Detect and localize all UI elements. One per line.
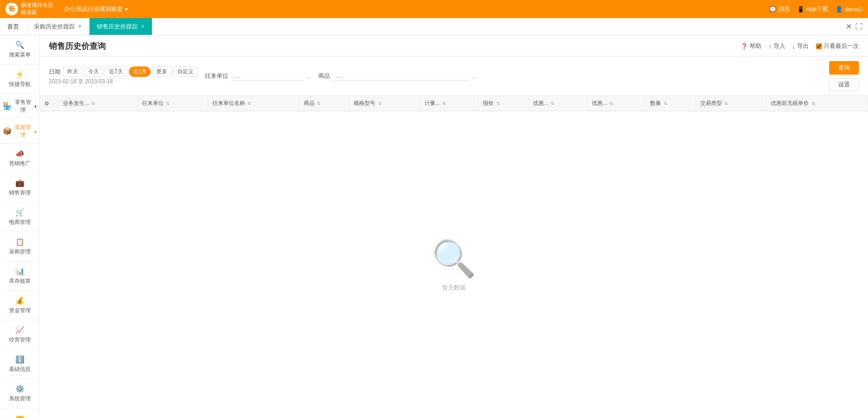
- user-account-button[interactable]: 👤 demo2: [835, 6, 863, 13]
- basic-info-icon: ℹ️: [15, 355, 24, 364]
- sidebar-item-basic-info[interactable]: ℹ️ 基础信息: [0, 350, 39, 379]
- product-input[interactable]: [333, 71, 468, 81]
- sidebar-label-basic-info: 基础信息: [9, 366, 31, 373]
- quick-nav-icon: ⚡: [15, 70, 24, 79]
- import-icon: ↑: [769, 43, 772, 50]
- th-transaction-type[interactable]: 交易类型 ⇅: [696, 96, 766, 111]
- settings-button[interactable]: 设置: [829, 78, 859, 91]
- date-btn-custom[interactable]: 自定义: [173, 66, 198, 77]
- query-button[interactable]: 查询: [829, 61, 859, 75]
- wholesale-icon: 📦: [3, 127, 12, 135]
- message-button[interactable]: 💬 消息: [769, 5, 790, 13]
- sort-icon-11: ⇅: [811, 101, 815, 106]
- cooperation-icon: 🤝: [15, 414, 24, 418]
- chevron-down-icon: ▾: [125, 6, 128, 13]
- th-partner-code[interactable]: 往来单位 ⇅: [137, 96, 208, 111]
- date-btn-more[interactable]: 更多: [152, 66, 171, 77]
- tab-sales-history-label: 销售历史价跟踪: [97, 23, 138, 31]
- partner-input[interactable]: [231, 71, 303, 81]
- logo-symbol: 畅: [9, 5, 15, 13]
- sidebar-label-system: 系统管理: [9, 395, 31, 403]
- app-download-button[interactable]: 📱 App下载: [797, 5, 828, 13]
- sort-icon-8: ⇅: [609, 101, 613, 106]
- date-filter-section: 日期 昨天 今天 近7天 近1月 更多 自定义 2023-02-18 至 202…: [49, 66, 198, 86]
- avatar: 👤: [835, 6, 843, 13]
- sort-icon-2: ⇅: [247, 101, 251, 106]
- only-last-checkbox[interactable]: [816, 43, 822, 49]
- page-title-row: 销售历史价查询 ❓ 帮助 ↑ 导入 ↓ 导出: [49, 41, 859, 56]
- sidebar-item-business[interactable]: 📈 经营管理: [0, 320, 39, 350]
- product-filter-label: 商品: [318, 72, 330, 80]
- date-range-text: 2023-02-18 至 2023-03-18: [49, 78, 198, 86]
- sidebar-label-marketing: 营销推广: [9, 160, 31, 167]
- logo-icon: 畅: [5, 3, 18, 15]
- tab-sales-history[interactable]: 销售历史价跟踪 ✕: [90, 18, 152, 35]
- tab-purchase-history[interactable]: 采购历史价跟踪 ✕: [27, 18, 90, 35]
- finance-icon: 💰: [15, 296, 24, 305]
- th-unit[interactable]: 计量... ⇅: [420, 96, 478, 111]
- sidebar-item-finance[interactable]: 💰 资金管理: [0, 291, 39, 320]
- sidebar-item-system[interactable]: ⚙️ 系统管理: [0, 379, 39, 408]
- download-icon: 📱: [797, 6, 804, 13]
- date-btn-yesterday[interactable]: 昨天: [63, 66, 82, 77]
- th-discount2[interactable]: 优惠... ⇅: [587, 96, 646, 111]
- filter-area: 日期 昨天 今天 近7天 近1月 更多 自定义 2023-02-18 至 202…: [40, 57, 868, 96]
- sidebar-item-ecommerce[interactable]: 🛒 电商管理: [0, 203, 39, 232]
- table-header: ⚙ 业务发生... ⇅ 往来单位 ⇅ 往来单位名称 ⇅: [40, 96, 868, 111]
- th-pretax-price[interactable]: 优惠前无税单价 ⇅: [766, 96, 868, 111]
- date-btn-1month[interactable]: 近1月: [129, 66, 151, 77]
- date-btn-today[interactable]: 今天: [84, 66, 103, 77]
- th-quantity[interactable]: 数量 ⇅: [646, 96, 696, 111]
- action-buttons: 查询 设置: [829, 61, 859, 91]
- date-filter-group: 日期 昨天 今天 近7天 近1月 更多 自定义 2023-02-18 至 202…: [49, 66, 198, 86]
- app-selector[interactable]: 办公用品行业模拟账套 ▾: [64, 5, 128, 13]
- sidebar-label-ecommerce: 电商管理: [9, 218, 31, 226]
- sort-icon-6: ⇅: [496, 101, 500, 106]
- filter-row: 日期 昨天 今天 近7天 近1月 更多 自定义 2023-02-18 至 202…: [49, 61, 859, 91]
- close-tab-icon[interactable]: ✕: [846, 22, 852, 31]
- sidebar-item-quick-nav[interactable]: ⚡ 快捷导航: [0, 65, 39, 94]
- inventory-icon: 📊: [15, 267, 24, 276]
- th-price[interactable]: 报价 ⇅: [478, 96, 528, 111]
- top-bar-right: 💬 消息 📱 App下载 👤 demo2: [769, 5, 863, 13]
- sidebar-label-quick-nav: 快捷导航: [9, 81, 31, 88]
- sidebar-item-marketing[interactable]: 📣 营销推广: [0, 144, 39, 173]
- search-icon: 🔍: [15, 41, 24, 49]
- sort-icon-4: ⇅: [378, 101, 382, 106]
- th-discount1[interactable]: 优惠... ⇅: [528, 96, 587, 111]
- system-icon: ⚙️: [15, 385, 24, 393]
- tabs-actions: ✕ ⛶: [840, 18, 868, 35]
- logo-line1: 畅捷通好生意: [21, 2, 53, 9]
- tabs-bar: 首页 采购历史价跟踪 ✕ 销售历史价跟踪 ✕ ✕ ⛶: [0, 18, 868, 35]
- sort-icon-0: ⇅: [91, 101, 95, 106]
- sidebar-item-wholesale[interactable]: 📦 批发管理 ▴: [0, 119, 39, 144]
- th-settings[interactable]: ⚙: [40, 96, 58, 111]
- sidebar-item-inventory[interactable]: 📊 库存核算: [0, 261, 39, 291]
- sidebar: 🔍 搜索菜单 ⚡ 快捷导航 🏪 零售管理 ▾ 📦 批发管理 ▴ 📣 营销推广 💼…: [0, 35, 40, 418]
- sidebar-item-cooperation[interactable]: 🤝 企业协同: [0, 408, 39, 418]
- partner-filter-group: 往来单位 ...: [205, 71, 311, 81]
- th-product[interactable]: 商品 ⇅: [299, 96, 349, 111]
- only-last-checkbox-label[interactable]: 只看最后一次: [816, 42, 859, 50]
- date-btn-7days[interactable]: 近7天: [105, 66, 127, 77]
- sidebar-label-finance: 资金管理: [9, 307, 31, 314]
- th-partner-name[interactable]: 往来单位名称 ⇅: [208, 96, 299, 111]
- sidebar-item-search[interactable]: 🔍 搜索菜单: [0, 35, 39, 65]
- help-button[interactable]: ❓ 帮助: [741, 42, 761, 50]
- tab-purchase-history-close[interactable]: ✕: [78, 24, 82, 29]
- tab-sales-history-close[interactable]: ✕: [141, 24, 145, 29]
- sidebar-label-wholesale: 批发管理: [14, 124, 33, 139]
- logo-area: 畅 畅捷通好生意 标准版: [5, 2, 53, 16]
- sidebar-item-sales[interactable]: 💼 销售管理: [0, 173, 39, 203]
- th-business-date[interactable]: 业务发生... ⇅: [58, 96, 137, 111]
- th-spec[interactable]: 规格型号 ⇅: [349, 96, 420, 111]
- sidebar-item-retail[interactable]: 🏪 零售管理 ▾: [0, 94, 39, 119]
- import-button[interactable]: ↑ 导入: [769, 42, 785, 50]
- date-filter-group-inner: 日期 昨天 今天 近7天 近1月 更多 自定义: [49, 66, 198, 77]
- export-button[interactable]: ↓ 导出: [793, 42, 809, 50]
- sort-icon-5: ⇅: [442, 101, 446, 106]
- tab-purchase-history-label: 采购历史价跟踪: [34, 23, 75, 31]
- tab-home[interactable]: 首页: [0, 18, 27, 35]
- maximize-icon[interactable]: ⛶: [855, 23, 863, 31]
- sidebar-item-purchase[interactable]: 📋 采购管理: [0, 232, 39, 261]
